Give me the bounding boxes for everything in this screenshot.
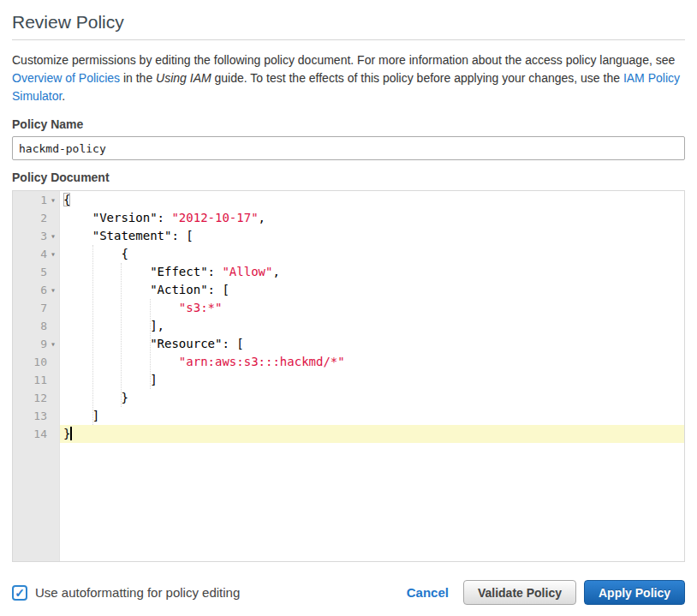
gutter-line[interactable]: 1▾ bbox=[13, 191, 59, 209]
gutter-line[interactable]: 7 bbox=[13, 299, 59, 317]
fold-arrow-icon[interactable]: ▾ bbox=[47, 281, 59, 299]
gutter-line[interactable]: 14 bbox=[13, 425, 59, 443]
gutter-line[interactable]: 6▾ bbox=[13, 281, 59, 299]
gutter-line[interactable]: 9▾ bbox=[13, 335, 59, 353]
code-line[interactable]: ] bbox=[60, 407, 684, 425]
gutter-line[interactable]: 10 bbox=[13, 353, 59, 371]
intro-text: . bbox=[62, 89, 65, 103]
line-number: 13 bbox=[33, 407, 47, 425]
line-number: 2 bbox=[40, 209, 47, 227]
json-plain-token: } bbox=[63, 427, 70, 440]
editor-gutter[interactable]: 1▾23▾4▾56▾789▾1011121314 bbox=[13, 191, 60, 561]
intro-text: in the bbox=[120, 71, 156, 85]
gutter-line[interactable]: 12 bbox=[13, 389, 59, 407]
link-overview-of-policies[interactable]: Overview of Policies bbox=[12, 71, 120, 85]
line-number: 4 bbox=[40, 245, 47, 263]
apply-policy-button[interactable]: Apply Policy bbox=[584, 580, 685, 605]
gutter-line[interactable]: 5 bbox=[13, 263, 59, 281]
json-plain-token: , bbox=[272, 265, 279, 278]
code-line[interactable]: "Action": [ bbox=[60, 281, 684, 299]
code-line[interactable]: { bbox=[60, 191, 684, 209]
line-number: 14 bbox=[33, 425, 47, 443]
fold-arrow-icon[interactable]: ▾ bbox=[47, 227, 59, 245]
line-number: 8 bbox=[40, 317, 47, 335]
code-line[interactable]: "Effect": "Allow", bbox=[60, 263, 684, 281]
page-title: Review Policy bbox=[12, 12, 685, 33]
json-plain-token: { bbox=[63, 247, 128, 260]
title-divider bbox=[12, 39, 685, 40]
json-plain-token: ] bbox=[63, 373, 158, 386]
code-line[interactable]: } bbox=[60, 425, 684, 443]
line-number: 7 bbox=[40, 299, 47, 317]
gutter-line[interactable]: 2 bbox=[13, 209, 59, 227]
fold-arrow-icon[interactable]: ▾ bbox=[47, 335, 59, 353]
code-line[interactable]: "Version": "2012-10-17", bbox=[60, 209, 684, 227]
json-string-token: "Allow" bbox=[222, 265, 272, 278]
json-plain-token: } bbox=[63, 391, 128, 404]
fold-arrow-icon[interactable]: ▾ bbox=[47, 245, 59, 263]
code-line[interactable]: "arn:aws:s3:::hackmd/*" bbox=[60, 353, 684, 371]
code-line[interactable]: "s3:*" bbox=[60, 299, 684, 317]
indent-guide bbox=[92, 245, 93, 425]
json-plain-token: "Resource": [ bbox=[63, 337, 244, 350]
policy-document-editor[interactable]: 1▾23▾4▾56▾789▾1011121314 { "Version": "2… bbox=[12, 190, 685, 562]
gutter-line[interactable]: 3▾ bbox=[13, 227, 59, 245]
intro-text: Customize permissions by editing the fol… bbox=[12, 53, 675, 67]
line-number: 6 bbox=[40, 281, 47, 299]
json-plain-token: { bbox=[63, 193, 70, 206]
editor-code-area[interactable]: { "Version": "2012-10-17", "Statement": … bbox=[60, 191, 684, 561]
json-plain-token: "Statement": [ bbox=[63, 229, 194, 242]
json-string-token: "arn:aws:s3:::hackmd/*" bbox=[179, 355, 345, 368]
json-string-token: "2012-10-17" bbox=[171, 211, 258, 224]
line-number: 12 bbox=[33, 389, 47, 407]
code-line[interactable]: } bbox=[60, 389, 684, 407]
indent-guide bbox=[150, 299, 151, 389]
intro-text: guide. To test the effects of this polic… bbox=[211, 71, 623, 85]
validate-policy-button[interactable]: Validate Policy bbox=[463, 580, 576, 605]
fold-arrow-icon[interactable]: ▾ bbox=[47, 191, 59, 209]
cancel-link[interactable]: Cancel bbox=[407, 585, 449, 600]
code-line[interactable]: "Statement": [ bbox=[60, 227, 684, 245]
json-plain-token: "Action": [ bbox=[63, 283, 229, 296]
gutter-line[interactable]: 13 bbox=[13, 407, 59, 425]
gutter-line[interactable]: 8 bbox=[13, 317, 59, 335]
policy-name-input[interactable] bbox=[12, 136, 685, 160]
json-plain-token: , bbox=[259, 211, 265, 224]
code-line[interactable]: ] bbox=[60, 371, 684, 389]
code-line[interactable]: ], bbox=[60, 317, 684, 335]
check-icon: ✓ bbox=[15, 586, 25, 600]
text-cursor bbox=[70, 427, 72, 440]
line-number: 5 bbox=[40, 263, 47, 281]
policy-document-label: Policy Document bbox=[12, 170, 685, 184]
code-line[interactable]: { bbox=[60, 245, 684, 263]
autoformat-label: Use autoformatting for policy editing bbox=[35, 585, 240, 600]
json-plain-token: ] bbox=[63, 409, 99, 422]
intro-paragraph: Customize permissions by editing the fol… bbox=[12, 51, 685, 105]
policy-name-label: Policy Name bbox=[12, 117, 685, 131]
code-line[interactable]: "Resource": [ bbox=[60, 335, 684, 353]
autoformat-checkbox[interactable]: ✓ bbox=[12, 585, 27, 601]
gutter-line[interactable]: 4▾ bbox=[13, 245, 59, 263]
line-number: 10 bbox=[33, 353, 47, 371]
line-number: 3 bbox=[40, 227, 47, 245]
line-number: 11 bbox=[33, 371, 47, 389]
line-number: 1 bbox=[40, 191, 47, 209]
gutter-line[interactable]: 11 bbox=[13, 371, 59, 389]
json-plain-token: "Version": bbox=[63, 211, 171, 224]
line-number: 9 bbox=[40, 335, 47, 353]
json-string-token: "s3:*" bbox=[179, 301, 223, 314]
json-plain-token: "Effect": bbox=[63, 265, 222, 278]
intro-italic-using-iam: Using IAM bbox=[156, 71, 211, 85]
indent-guide bbox=[121, 263, 122, 407]
